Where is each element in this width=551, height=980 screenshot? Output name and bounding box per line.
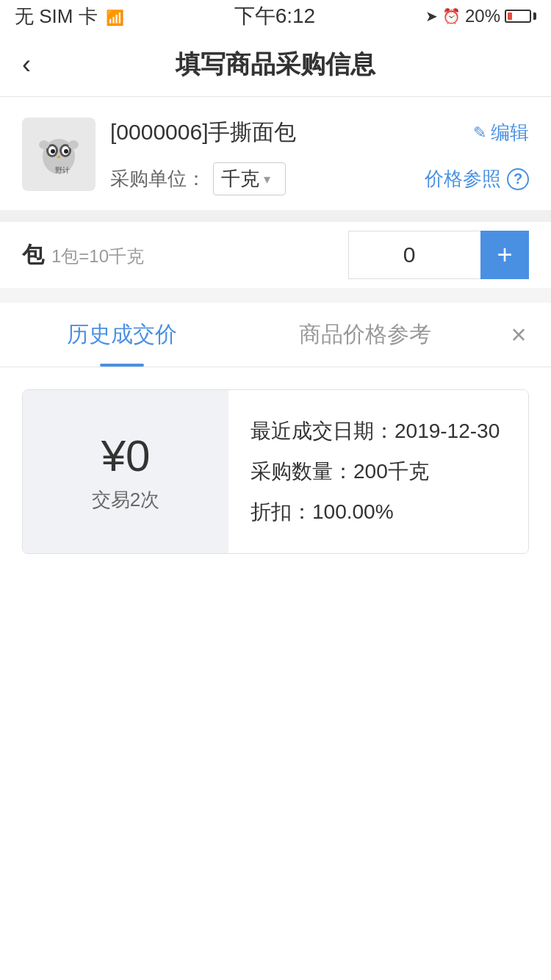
edit-icon: ✎ — [473, 123, 486, 143]
quantity-conversion: 1包=10千克 — [51, 245, 144, 268]
tab-price-reference[interactable]: 商品价格参考 — [243, 303, 486, 367]
back-button[interactable]: ‹ — [15, 42, 38, 87]
price-value: 0 — [126, 431, 150, 480]
section-gap — [0, 288, 551, 303]
battery-icon — [505, 10, 536, 23]
quantity-section: 包 1包=10千克 + — [0, 222, 551, 288]
svg-point-8 — [39, 140, 49, 149]
svg-point-5 — [51, 149, 55, 154]
status-time: 下午6:12 — [234, 2, 316, 30]
price-date-row: 最近成交日期：2019-12-30 — [251, 417, 506, 445]
price-card-right: 最近成交日期：2019-12-30 采购数量：200千克 折扣：100.00% — [228, 390, 528, 553]
navigation-bar: ‹ 填写商品采购信息 — [0, 32, 551, 97]
currency-symbol: ¥ — [101, 431, 126, 480]
quantity-input-group: + — [348, 231, 529, 279]
status-network: 无 SIM 卡 📶 — [15, 4, 124, 29]
unit-label: 采购单位： — [110, 166, 206, 192]
price-qty-row: 采购数量：200千克 — [251, 457, 506, 486]
quantity-label-group: 包 1包=10千克 — [22, 240, 348, 270]
product-logo: 野计 — [33, 129, 84, 180]
product-image: 野计 — [22, 118, 96, 191]
location-icon: ➤ — [425, 7, 438, 25]
section-divider — [0, 210, 551, 222]
transaction-count: 交易2次 — [92, 487, 159, 513]
battery-percent: 20% — [465, 6, 500, 26]
quantity-input[interactable] — [348, 231, 480, 279]
history-price-card: ¥0 交易2次 最近成交日期：2019-12-30 采购数量：200千克 折扣：… — [22, 389, 529, 554]
quantity-plus-button[interactable]: + — [480, 231, 529, 279]
price-card-left: ¥0 交易2次 — [23, 390, 228, 553]
tab-close-button[interactable]: × — [486, 303, 551, 367]
edit-button[interactable]: ✎ 编辑 — [473, 120, 529, 145]
product-info: [0000006]手撕面包 ✎ 编辑 采购单位： 千克 ▾ 价格参照 — [110, 118, 529, 195]
help-icon: ? — [507, 168, 529, 190]
tab-history-price[interactable]: 历史成交价 — [0, 303, 243, 367]
price-reference-button[interactable]: 价格参照 ? — [425, 166, 529, 192]
tab-content: ¥0 交易2次 最近成交日期：2019-12-30 采购数量：200千克 折扣：… — [0, 367, 551, 576]
status-bar: 无 SIM 卡 📶 下午6:12 ➤ ⏰ 20% — [0, 0, 551, 32]
quantity-unit-label: 包 — [22, 240, 44, 270]
tabs-panel: 历史成交价 商品价格参考 × ¥0 交易2次 最近成交日期：2019-12-30 — [0, 303, 551, 576]
chevron-down-icon: ▾ — [264, 171, 270, 187]
tab-active-indicator — [100, 364, 144, 367]
svg-text:野计: 野计 — [55, 166, 70, 174]
product-name: [0000006]手撕面包 — [110, 118, 296, 148]
svg-point-9 — [68, 140, 79, 149]
tabs-header: 历史成交价 商品价格参考 × — [0, 303, 551, 367]
alarm-icon: ⏰ — [442, 7, 461, 25]
price-discount-row: 折扣：100.00% — [251, 497, 506, 526]
page-title: 填写商品采购信息 — [176, 48, 375, 82]
product-section: 野计 [0000006]手撕面包 ✎ 编辑 采购单位： 千克 ▾ — [0, 97, 551, 210]
unit-select[interactable]: 千克 ▾ — [213, 162, 286, 195]
price-amount: ¥0 — [101, 430, 151, 481]
main-content-area — [0, 576, 551, 980]
status-indicators: ➤ ⏰ 20% — [425, 6, 536, 26]
svg-point-6 — [64, 149, 68, 154]
unit-row-left: 采购单位： 千克 ▾ — [110, 162, 286, 195]
